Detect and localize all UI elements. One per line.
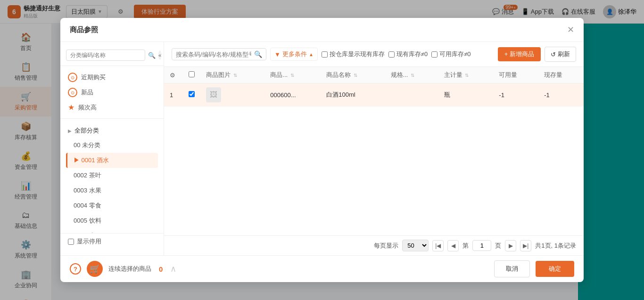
warehouse-filter-text: 按仓库显示现有库存 (330, 50, 385, 58)
page-first-button[interactable]: |◀ (432, 240, 444, 251)
page-input[interactable] (472, 240, 491, 251)
page-next-button[interactable]: ▶ (505, 240, 516, 251)
quick-item-frequent[interactable]: ★ 频次高 (60, 100, 164, 115)
quick-item-new[interactable]: ⊙ 新品 (60, 85, 164, 100)
table-row[interactable]: 1 🖼 000600... 白酒100ml (164, 83, 584, 107)
page-size-label: 每页显示 (374, 242, 398, 250)
quick-item-recent[interactable]: ⊙ 近期购买 (60, 70, 164, 85)
continuous-label: 连续选择的商品 (108, 265, 151, 273)
page-last-button[interactable]: ▶| (520, 240, 531, 251)
col-code: 商品... ⇅ (264, 67, 321, 83)
row-code: 000600... (264, 83, 321, 107)
category-item-00[interactable]: 00 未分类 (66, 138, 158, 153)
warehouse-filter-checkbox[interactable] (322, 51, 328, 58)
category-item-0005[interactable]: 0005 饮料 (66, 213, 158, 228)
new-icon: ⊙ (68, 88, 77, 97)
category-item-0003[interactable]: 0003 水果 (66, 183, 158, 198)
page-suffix: 页 (495, 242, 501, 250)
col-available: 可用量 (493, 67, 538, 83)
page-label: 第 (462, 242, 469, 250)
display-disabled-toggle[interactable]: 显示停用 (60, 233, 164, 250)
add-product-button[interactable]: + 新增商品 (498, 47, 541, 61)
recent-icon: ⊙ (68, 73, 77, 82)
quick-item-frequent-label: 频次高 (78, 103, 97, 112)
category-all-item[interactable]: ▶ 全部分类 (66, 124, 158, 138)
expand-all-icon: ▶ (68, 128, 72, 133)
row-image-cell: 🖼 (200, 83, 264, 107)
filter-icon: ▼ (274, 51, 281, 58)
col-spec-label: 规格... (391, 71, 408, 78)
refresh-button[interactable]: ↺ 刷新 (545, 47, 576, 62)
cart-icon[interactable]: 🛒 (87, 261, 103, 277)
filter-btn-label: 更多条件 (282, 50, 307, 58)
modal-footer: ? 🛒 连续选择的商品 0 ∧ 取消 确定 (60, 255, 584, 282)
pagination-bar: 每页显示 50 20 100 |◀ ◀ 第 页 ▶ ▶| 共1页, 1 (164, 235, 584, 255)
usable-filter-label[interactable]: 可用库存≠0 (431, 50, 471, 58)
usable-filter-checkbox[interactable] (431, 51, 438, 58)
col-image-label: 商品图片 (206, 71, 231, 78)
warehouse-filter-label[interactable]: 按仓库显示现有库存 (322, 50, 385, 58)
product-reference-modal: 商品参照 ✕ 🔍 « ⊙ 近期购买 (60, 18, 584, 282)
star-icon: ★ (68, 103, 74, 112)
available-filter-label[interactable]: 现有库存≠0 (388, 50, 428, 58)
modal-toolbar: 🔍 ▼ 更多条件 ▲ 按仓库显示现有库存 现有库存≠0 (164, 42, 584, 67)
row-available: -1 (493, 83, 538, 107)
product-search-input[interactable] (176, 51, 251, 58)
select-all-checkbox[interactable] (189, 71, 195, 77)
col-image: 商品图片 ⇅ (200, 67, 264, 83)
col-unit-label: 主计量 (444, 71, 462, 78)
col-name: 商品名称 ⇅ (321, 67, 385, 83)
sort-spec-icon: ⇅ (411, 73, 414, 78)
confirm-button[interactable]: 确定 (536, 261, 574, 277)
table-header: ⚙ 商品图片 ⇅ (164, 67, 584, 83)
sort-unit-icon: ⇅ (465, 73, 469, 78)
collapse-sidebar-button[interactable]: « (158, 50, 161, 60)
col-unit: 主计量 ⇅ (438, 67, 494, 83)
col-stock-label: 现存量 (544, 71, 562, 78)
row-checkbox[interactable] (189, 91, 195, 97)
col-available-label: 可用量 (499, 71, 517, 78)
category-item-0002[interactable]: 0002 茶叶 (66, 168, 158, 183)
page-size-select[interactable]: 50 20 100 (402, 240, 429, 251)
settings-gear-icon[interactable]: ⚙ (170, 72, 175, 79)
category-item-0008[interactable]: 0008 水 (66, 228, 158, 233)
display-disabled-label: 显示停用 (77, 237, 101, 246)
product-table-container: ⚙ 商品图片 ⇅ (164, 67, 584, 255)
help-button[interactable]: ? (70, 263, 81, 275)
row-checkbox-cell (183, 83, 200, 107)
page-prev-button[interactable]: ◀ (447, 240, 459, 251)
row-unit: 瓶 (438, 83, 494, 107)
sort-image-icon: ⇅ (233, 73, 237, 78)
col-check (183, 67, 200, 83)
product-table: ⚙ 商品图片 ⇅ (164, 67, 584, 107)
category-search-area: 🔍 « (60, 48, 164, 66)
modal-overlay: 商品参照 ✕ 🔍 « ⊙ 近期购买 (0, 0, 644, 300)
category-search-input[interactable] (66, 50, 145, 61)
refresh-icon: ↺ (551, 51, 556, 58)
quick-item-new-label: 新品 (81, 88, 93, 97)
col-code-label: 商品... (270, 71, 288, 78)
row-spec (385, 83, 438, 107)
row-no: 1 (164, 83, 183, 107)
available-filter-checkbox[interactable] (388, 51, 395, 58)
cancel-button[interactable]: 取消 (494, 260, 530, 277)
usable-filter-text: 可用库存≠0 (439, 50, 471, 58)
table-scroll-area[interactable]: ⚙ 商品图片 ⇅ (164, 67, 584, 235)
total-pages-text: 共1页, 1条记录 (535, 242, 576, 250)
category-list: ▶ 全部分类 00 未分类 ▶ 0001 酒水 0002 茶叶 0003 水果 … (60, 119, 164, 233)
col-stock: 现存量 (538, 67, 584, 83)
display-disabled-checkbox[interactable] (68, 239, 74, 245)
row-name: 白酒100ml (321, 83, 385, 107)
more-filters-button[interactable]: ▼ 更多条件 ▲ (270, 48, 318, 61)
col-no: ⚙ (164, 67, 183, 83)
close-icon[interactable]: ✕ (567, 25, 574, 35)
category-item-0004[interactable]: 0004 零食 (66, 198, 158, 213)
table-body: 1 🖼 000600... 白酒100ml (164, 83, 584, 107)
category-item-0001[interactable]: ▶ 0001 酒水 (66, 153, 158, 168)
category-search-icon[interactable]: 🔍 (148, 52, 156, 59)
product-search-box: 🔍 (172, 48, 266, 60)
search-icon[interactable]: 🔍 (254, 50, 262, 58)
collapse-cart-icon[interactable]: ∧ (170, 264, 176, 274)
product-image-placeholder: 🖼 (206, 87, 221, 102)
modal-body: 🔍 « ⊙ 近期购买 ⊙ 新品 ★ 频次高 (60, 42, 584, 255)
